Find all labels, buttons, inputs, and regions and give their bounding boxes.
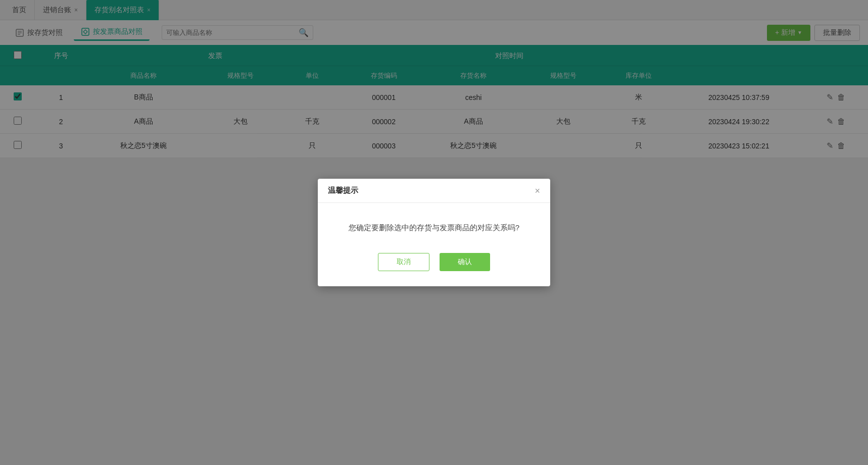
dialog-overlay: 温馨提示 × 您确定要删除选中的存货与发票商品的对应关系吗? 取消 确认	[0, 0, 868, 158]
